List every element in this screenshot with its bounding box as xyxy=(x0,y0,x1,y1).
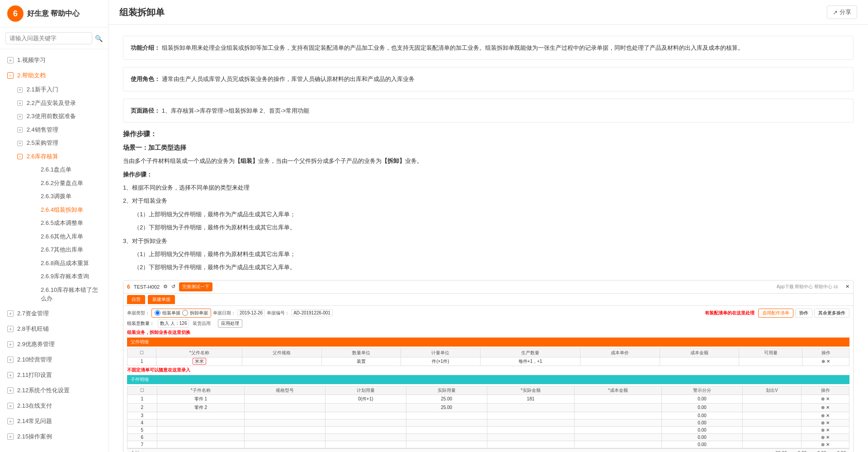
sim-date-value[interactable]: 2019-12-26 xyxy=(237,309,265,316)
expand-icon-payment: + xyxy=(7,403,14,409)
sidebar-item-2-6-5[interactable]: 2.6.5成本调整单 xyxy=(41,216,108,230)
sidebar-item-install[interactable]: + 2.2产品安装及登录 xyxy=(17,96,108,110)
sidebar-section-print: + 2.11打印设置 xyxy=(0,368,108,382)
sidebar-item-2-6-10[interactable]: 2.6.10库存账本错了怎么办 xyxy=(41,283,108,305)
sidebar-section-mobile: + 2.8手机旺铺 xyxy=(0,322,108,336)
intro-label: 功能介绍： xyxy=(131,44,160,51)
logo-icon: 6 xyxy=(7,5,24,22)
sim-apply-btn[interactable]: 应用处理 xyxy=(218,319,242,328)
sidebar-item-coupon[interactable]: + 2.9优惠券管理 xyxy=(0,337,108,352)
sim-collab-btn[interactable]: 协作 xyxy=(795,309,812,318)
sidebar-item-video[interactable]: + 1.视频学习 xyxy=(0,53,108,67)
sidebar-item-finance[interactable]: + 2.7资金管理 xyxy=(0,306,108,321)
sim-lower-col-warning: 警示分分 xyxy=(661,386,742,395)
search-button[interactable]: 🔍 xyxy=(95,35,103,42)
sim-col-parent-spec: 父件规格 xyxy=(242,348,322,357)
sidebar-item-2-6-9[interactable]: 2.6.9库存账本查询 xyxy=(41,270,108,283)
sim-lower-col-ops: 操作 xyxy=(802,386,849,395)
sim-close-icon[interactable]: ✕ xyxy=(845,284,849,290)
sidebar-item-2-6-8[interactable]: 2.6.8商品成本重算 xyxy=(41,257,108,270)
sidebar-item-print[interactable]: + 2.11打印设置 xyxy=(0,368,108,382)
table-row: 1 米米 装置 件(×1件) 每件+1，+1 ⊕ ✕ xyxy=(127,357,849,366)
expand-icon-4: + xyxy=(17,114,23,119)
sidebar-item-payment[interactable]: + 2.13在线支付 xyxy=(0,399,108,413)
step2: 2、对于组装业务 xyxy=(123,195,854,206)
path-label: 页面路径： xyxy=(131,107,160,114)
app-title: 好生意 帮助中心 xyxy=(27,9,80,19)
sidebar-item-mobile[interactable]: + 2.8手机旺铺 xyxy=(0,322,108,336)
sidebar-item-customize[interactable]: + 2.12系统个性化设置 xyxy=(0,383,108,398)
sidebar-label-faq: 2.14常见问题 xyxy=(17,417,52,425)
role-label: 使用角色： xyxy=(131,76,160,82)
sim-tab-self[interactable]: 自营 xyxy=(127,295,145,304)
sidebar-label-print: 2.11打印设置 xyxy=(17,371,52,379)
sim-parent-name-input[interactable]: 米米 xyxy=(193,358,206,365)
sidebar-item-cases[interactable]: + 2.15操作案例 xyxy=(0,429,108,444)
sim-type-disassembly: 拆卸单据 xyxy=(190,310,208,316)
sidebar-label-finance: 2.7资金管理 xyxy=(17,309,49,318)
sidebar-item-2-6-4[interactable]: 2.6.4组装拆卸单 xyxy=(41,203,108,217)
search-box: 🔍 xyxy=(0,28,108,49)
sim-qty-value[interactable]: 数入 人：126 xyxy=(158,319,189,328)
share-icon: ↗ xyxy=(833,9,838,16)
sidebar-item-sales[interactable]: + 2.4销售管理 xyxy=(17,123,108,137)
expand-icon-finance: + xyxy=(7,310,14,317)
sim-radio-assembly[interactable] xyxy=(155,310,160,316)
sim-lower-col-actual-amt: *实际金额 xyxy=(487,386,574,395)
sim-goods-label: 装货品用 xyxy=(193,320,211,327)
sidebar-item-ops[interactable]: + 2.10经营管理 xyxy=(0,352,108,367)
sidebar-item-faq[interactable]: + 2.14常见问题 xyxy=(0,414,108,428)
sim-col-actions: 操作 xyxy=(802,348,849,357)
sim-form-area: 单据类型： 组装单据 拆卸单据 单据日期： 2019-12-26 单据编号： A… xyxy=(123,306,853,452)
sidebar-item-data-prep[interactable]: + 2.3使用前数据准备 xyxy=(17,109,108,123)
sidebar-item-2-6-7[interactable]: 2.6.7其他出库单 xyxy=(41,243,108,257)
ops-title: 操作步骤： xyxy=(123,130,854,138)
sidebar-item-2-6-6[interactable]: 2.6.6其他入库单 xyxy=(41,230,108,243)
search-input[interactable] xyxy=(5,32,92,44)
sidebar-item-newcomer[interactable]: + 2.1新手入门 xyxy=(17,83,108,96)
sim-type-radio[interactable]: 组装单据 拆卸单据 xyxy=(151,309,211,318)
sidebar-section-video: + 1.视频学习 xyxy=(0,53,108,67)
sim-radio-disassembly[interactable] xyxy=(182,310,188,316)
sim-lower-col-out: 划出V xyxy=(742,386,801,395)
sim-qty-label: 组装意数量： xyxy=(127,320,154,327)
sidebar-item-2-6-2[interactable]: 2.6.2分量盘点单 xyxy=(41,176,108,190)
sim-lower-col-actual-qty: 实际用量 xyxy=(406,386,487,395)
sim-test-btn[interactable]: 完善测试一下 xyxy=(179,282,212,291)
sim-lower-table-header: ☐ *子件名称 规格型号 计划用量 实际用量 *实际金额 *成本金额 警示分分 … xyxy=(127,386,849,395)
sim-lower-section-bar: 子件明细 xyxy=(127,375,849,384)
sim-annotation2: 组装业务，拆卸业务在这里切换 xyxy=(127,329,849,336)
expand-icon-ops: + xyxy=(7,357,14,363)
path-text: 1、库存核算->库存管理->组装拆卸单 2、首页->常用功能 xyxy=(162,107,310,114)
sim-upper-section-label: 父件明细 xyxy=(131,339,149,345)
sim-settings-icon: ⚙ xyxy=(163,284,168,290)
sidebar-item-purchase[interactable]: + 2.5采购管理 xyxy=(17,136,108,150)
sidebar-item-2-6-3[interactable]: 2.6.3调拨单 xyxy=(41,190,108,203)
expand-icon-5: + xyxy=(17,127,23,133)
expand-icon: + xyxy=(7,57,14,63)
sidebar: 6 好生意 帮助中心 🔍 + 1.视频学习 − 2.帮助文档 + 2.1新手入门 xyxy=(0,0,108,452)
sidebar-section-customize: + 2.12系统个性化设置 xyxy=(0,383,108,398)
share-button[interactable]: ↗ 分享 xyxy=(827,5,857,19)
sidebar-item-docs[interactable]: − 2.帮助文档 xyxy=(0,68,108,83)
sim-upper-table: ☐ *父件名称 父件规格 数量单位 计量单位 生产数量 成本单价 成本金额 可用… xyxy=(127,348,849,366)
sidebar-item-2-6-1[interactable]: 2.6.1盘点单 xyxy=(41,163,108,176)
sim-tab-new[interactable]: 新建单据 xyxy=(148,295,175,304)
sim-lower-table: ☐ *子件名称 规格型号 计划用量 实际用量 *实际金额 *成本金额 警示分分 … xyxy=(127,386,849,448)
sim-select-parts-btn[interactable]: 选用配件清单 xyxy=(758,309,793,318)
sim-num-value: AD-20191226-001 xyxy=(291,309,333,316)
sidebar-item-inventory[interactable]: − 2.6库存核算 xyxy=(17,150,108,163)
sidebar-sub-docs: + 2.1新手入门 + 2.2产品安装及登录 + 2.3使用前数据准备 + 2.… xyxy=(0,83,108,305)
sidebar-section-faq: + 2.14常见问题 xyxy=(0,414,108,428)
sidebar-section-cases: + 2.15操作案例 xyxy=(0,429,108,444)
sim-more-btn[interactable]: 其余更多操作 xyxy=(814,309,849,318)
sim-top-bar: 6 TEST-H002 ⚙ ↺ 完善测试一下 App下载 帮助中心 帮助中心 c… xyxy=(123,281,853,294)
sim-type-label: 单据类型： xyxy=(127,310,150,316)
table-row: 2 零件 2 25.00 0.00 ⊕ ✕ xyxy=(127,403,849,412)
step2a: （1）上部明细为父件明细，最终作为产成品生成其它入库单； xyxy=(123,209,854,219)
sidebar-header: 6 好生意 帮助中心 xyxy=(0,0,108,28)
collapse-icon: − xyxy=(7,72,14,79)
step3: 3、对于拆卸业务 xyxy=(123,236,854,246)
sim-screenshot: 6 TEST-H002 ⚙ ↺ 完善测试一下 App下载 帮助中心 帮助中心 c… xyxy=(123,281,853,452)
step2b: （2）下部明细为子件明细，最终作为原材料生成其它出库单。 xyxy=(123,222,854,233)
